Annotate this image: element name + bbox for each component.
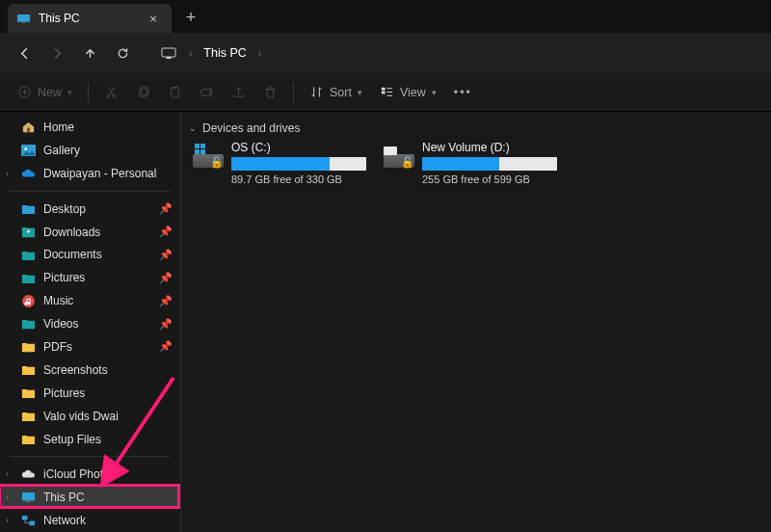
sort-button[interactable]: Sort ▾ [302, 79, 370, 106]
sidebar-item-pictures[interactable]: Pictures📌 [0, 266, 180, 289]
drive-usage-bar [422, 157, 557, 171]
copy-button[interactable] [128, 79, 158, 106]
sidebar-item-pictures[interactable]: Pictures [0, 382, 180, 405]
windows-logo-icon [195, 144, 206, 155]
sidebar-item-music[interactable]: Music📌 [0, 289, 180, 312]
chevron-down-icon: ▾ [67, 88, 72, 97]
sidebar-item-label: PDFs [43, 340, 72, 354]
gallery-icon [21, 144, 36, 156]
svg-rect-12 [382, 88, 386, 91]
svg-rect-0 [17, 13, 30, 21]
sidebar-item-label: Downloads [43, 226, 100, 239]
paste-button[interactable] [160, 79, 190, 106]
close-icon[interactable]: × [146, 12, 160, 25]
sidebar-item-label: Screenshots [43, 363, 108, 377]
new-label: New [38, 86, 62, 99]
chevron-right-icon: › [189, 48, 192, 59]
svg-point-17 [22, 295, 35, 307]
folder-blue-icon [21, 202, 36, 215]
content-pane: ⌄ Devices and drives 🔓OS (C:)89.7 GB fre… [181, 112, 771, 532]
rename-button[interactable] [192, 79, 222, 106]
share-button[interactable] [224, 79, 253, 106]
sidebar-item-icloud-photos[interactable]: ›iCloud Photos [0, 463, 180, 486]
svg-rect-19 [26, 501, 32, 503]
up-button[interactable] [75, 39, 104, 67]
svg-rect-20 [22, 516, 28, 520]
new-tab-button[interactable]: + [177, 4, 204, 31]
divider [293, 83, 294, 102]
navbar: › This PC › [0, 33, 771, 73]
sidebar-item-setup-files[interactable]: Setup Files [0, 428, 180, 451]
folder-yellow-icon [21, 433, 36, 445]
music-icon [21, 295, 36, 307]
sort-label: Sort [330, 86, 352, 99]
address-root-icon[interactable] [154, 39, 183, 67]
drive-item[interactable]: 🔓OS (C:)89.7 GB free of 330 GB [193, 141, 366, 185]
sidebar-item-label: Gallery [43, 144, 80, 157]
view-button[interactable]: View ▾ [372, 79, 444, 106]
chevron-right-icon: › [6, 516, 9, 525]
pin-icon: 📌 [159, 226, 173, 238]
svg-rect-3 [167, 57, 172, 59]
drive-free-text: 89.7 GB free of 330 GB [231, 173, 366, 185]
section-title: Devices and drives [202, 121, 300, 135]
sidebar-item-valo-vids-dwai[interactable]: Valo vids Dwai [0, 405, 180, 428]
sidebar-item-label: Valo vids Dwai [43, 410, 119, 423]
sidebar-item-this-pc[interactable]: ›This PC [0, 486, 180, 509]
cut-button[interactable] [96, 79, 126, 106]
new-button[interactable]: New ▾ [10, 79, 80, 106]
pin-icon: 📌 [159, 249, 173, 261]
forward-button[interactable] [42, 39, 71, 67]
lock-icon: 🔓 [210, 156, 224, 169]
lock-icon: 🔓 [401, 156, 414, 169]
sidebar-item-label: Desktop [43, 202, 86, 216]
drive-item[interactable]: 🔓New Volume (D:)255 GB free of 599 GB [384, 141, 557, 185]
this-pc-icon [17, 13, 31, 24]
delete-button[interactable] [255, 79, 285, 106]
section-header-devices[interactable]: ⌄ Devices and drives [187, 120, 765, 141]
sidebar-item-desktop[interactable]: Desktop📌 [0, 198, 180, 221]
sidebar-item-label: Pictures [43, 386, 85, 400]
sidebar-item-dwaipayan-personal[interactable]: ›Dwaipayan - Personal [0, 162, 180, 185]
refresh-button[interactable] [108, 39, 137, 67]
more-button[interactable]: ••• [446, 79, 480, 106]
sidebar-item-videos[interactable]: Videos📌 [0, 312, 180, 335]
icloud-icon [21, 468, 36, 481]
sidebar-item-documents[interactable]: Documents📌 [0, 243, 180, 266]
sidebar-item-screenshots[interactable]: Screenshots [0, 359, 180, 382]
sidebar-item-pdfs[interactable]: PDFs📌 [0, 335, 180, 359]
breadcrumb-this-pc[interactable]: This PC [198, 42, 252, 64]
tab-this-pc[interactable]: This PC × [8, 4, 172, 33]
svg-rect-7 [140, 89, 147, 96]
drive-name: OS (C:) [231, 141, 366, 154]
svg-rect-22 [195, 144, 199, 148]
svg-rect-8 [142, 87, 149, 94]
svg-rect-24 [195, 149, 199, 154]
sidebar-item-gallery[interactable]: Gallery [0, 139, 180, 162]
back-button[interactable] [10, 39, 39, 67]
sidebar-item-label: Pictures [43, 271, 85, 284]
body: HomeGallery›Dwaipayan - PersonalDesktop📌… [0, 112, 771, 532]
svg-rect-9 [172, 88, 179, 97]
chevron-right-icon: › [6, 469, 9, 479]
sidebar-item-label: Videos [43, 317, 78, 331]
sidebar-item-home[interactable]: Home [0, 116, 180, 139]
folder-teal-icon [21, 318, 36, 331]
divider [10, 191, 171, 192]
pin-icon: 📌 [159, 202, 173, 215]
sidebar-item-network[interactable]: ›Network [0, 509, 180, 532]
this-pc-icon [21, 492, 36, 504]
chevron-down-icon: ⌄ [189, 123, 197, 133]
svg-rect-13 [382, 92, 386, 94]
svg-point-16 [24, 147, 27, 150]
network-icon [21, 515, 36, 527]
view-label: View [400, 86, 426, 99]
drive-usage-bar [231, 157, 366, 171]
drives-row: 🔓OS (C:)89.7 GB free of 330 GB🔓New Volum… [187, 141, 765, 185]
folder-teal-icon [21, 249, 36, 261]
sidebar-item-downloads[interactable]: Downloads📌 [0, 221, 180, 244]
downloads-icon [21, 226, 36, 238]
svg-rect-1 [21, 21, 25, 23]
sidebar-item-label: Dwaipayan - Personal [43, 167, 156, 180]
svg-rect-23 [200, 144, 205, 148]
